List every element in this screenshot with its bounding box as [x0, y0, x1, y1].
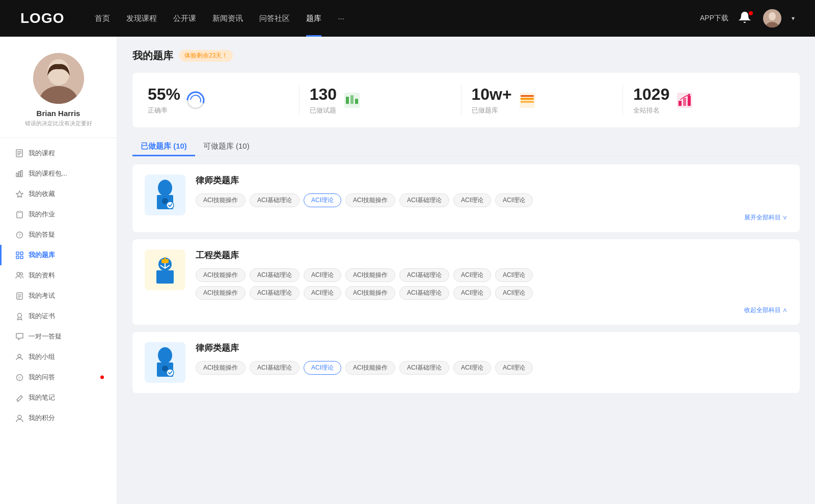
nav-item-qa[interactable]: 问答社区	[259, 14, 290, 23]
tag-2b-5[interactable]: ACI理论	[453, 286, 491, 300]
bell-notification-dot	[749, 11, 753, 15]
clipboard-icon	[15, 210, 23, 218]
sidebar-label: 我的题库	[29, 250, 55, 260]
sidebar-item-my-group[interactable]: 我的小组	[0, 347, 117, 367]
sidebar-item-my-courses[interactable]: 我的课程	[0, 143, 117, 163]
svg-rect-39	[350, 95, 354, 104]
svg-point-64	[167, 369, 174, 376]
tag-3-5[interactable]: ACI理论	[453, 361, 491, 375]
nav-item-courses[interactable]: 发现课程	[126, 14, 157, 23]
app-download-button[interactable]: APP下载	[700, 14, 728, 23]
svg-rect-19	[20, 252, 23, 255]
svg-point-23	[20, 273, 23, 275]
tags-row-2b: ACI技能操作 ACI基础理论 ACI理论 ACI技能操作 ACI基础理论 AC…	[196, 286, 787, 300]
svg-rect-38	[346, 97, 349, 104]
qbank-card-lawyer-1: 律师类题库 ACI技能操作 ACI基础理论 ACI理论 ACI技能操作 ACI基…	[132, 164, 800, 232]
svg-rect-15	[18, 211, 21, 212]
help-circle-icon: ?	[15, 231, 23, 239]
tag-1-3[interactable]: ACI技能操作	[345, 193, 395, 207]
nav-item-news[interactable]: 新闻资讯	[212, 14, 243, 23]
trial-badge: 体验剩余23天！	[179, 50, 233, 62]
nav-item-qbank[interactable]: 题库	[306, 14, 321, 23]
done-banks-icon	[518, 91, 536, 109]
tag-2b-2[interactable]: ACI理论	[304, 286, 341, 300]
tag-3-2[interactable]: ACI理论	[304, 361, 341, 375]
sidebar-item-certificate[interactable]: 我的证书	[0, 306, 117, 326]
tag-2b-6[interactable]: ACI理论	[495, 286, 533, 300]
sidebar-item-homework[interactable]: 我的作业	[0, 204, 117, 225]
tag-3-1[interactable]: ACI基础理论	[250, 361, 300, 375]
tag-2-3[interactable]: ACI技能操作	[345, 268, 395, 282]
svg-rect-43	[521, 101, 534, 103]
stat-rank-number: 1029	[633, 85, 669, 104]
sidebar-item-course-package[interactable]: 我的课程包...	[0, 163, 117, 184]
qbank-card-lawyer-2: 律师类题库 ACI技能操作 ACI基础理论 ACI理论 ACI技能操作 ACI基…	[132, 332, 800, 393]
bell-icon[interactable]	[739, 11, 753, 25]
chat-icon	[15, 332, 23, 341]
tag-1-0[interactable]: ACI技能操作	[196, 193, 246, 207]
user-avatar[interactable]	[763, 9, 781, 27]
tag-3-0[interactable]: ACI技能操作	[196, 361, 246, 375]
tag-2-4[interactable]: ACI基础理论	[399, 268, 449, 282]
tag-1-1[interactable]: ACI基础理论	[250, 193, 300, 207]
svg-point-28	[17, 313, 21, 317]
tab-available-banks[interactable]: 可做题库 (10)	[195, 137, 258, 155]
nav-item-more[interactable]: ···	[338, 14, 344, 23]
sidebar-item-my-qbank[interactable]: 我的题库	[0, 245, 117, 265]
svg-rect-40	[355, 99, 358, 104]
sidebar-item-favorites[interactable]: 我的收藏	[0, 184, 117, 204]
expand-link-2[interactable]: 收起全部科目 ∧	[196, 304, 787, 315]
stat-done-questions: 130 已做试题	[300, 85, 461, 115]
user-dropdown-arrow[interactable]: ▾	[792, 15, 795, 22]
sidebar-item-my-questions[interactable]: ? 我的问答	[0, 367, 117, 387]
nav-logo: LOGO	[20, 10, 64, 26]
tag-1-2[interactable]: ACI理论	[304, 193, 341, 207]
sidebar-item-my-exams[interactable]: 我的考试	[0, 286, 117, 306]
sidebar-item-my-notes[interactable]: 我的笔记	[0, 387, 117, 408]
tag-2-1[interactable]: ACI基础理论	[250, 268, 300, 282]
svg-point-49	[688, 94, 690, 96]
tag-2-6[interactable]: ACI理论	[495, 268, 533, 282]
tag-3-3[interactable]: ACI技能操作	[345, 361, 395, 375]
tag-3-6[interactable]: ACI理论	[495, 361, 533, 375]
tag-1-5[interactable]: ACI理论	[453, 193, 491, 207]
nav-item-open[interactable]: 公开课	[173, 14, 196, 23]
tag-2-2[interactable]: ACI理论	[304, 268, 341, 282]
sidebar-item-my-qa[interactable]: ? 我的答疑	[0, 225, 117, 245]
svg-point-61	[158, 347, 172, 363]
qbank-content-1: 律师类题库 ACI技能操作 ACI基础理论 ACI理论 ACI技能操作 ACI基…	[196, 175, 787, 222]
tag-2b-3[interactable]: ACI技能操作	[345, 286, 395, 300]
svg-point-29	[18, 354, 21, 357]
bar-chart-icon	[15, 170, 23, 178]
tag-2b-0[interactable]: ACI技能操作	[196, 286, 246, 300]
sidebar-item-one-on-one[interactable]: 一对一答疑	[0, 326, 117, 347]
tag-2-5[interactable]: ACI理论	[453, 268, 491, 282]
sidebar-label: 我的小组	[29, 352, 55, 361]
expand-link-1[interactable]: 展开全部科目 ∨	[196, 211, 787, 222]
tag-1-6[interactable]: ACI理论	[495, 193, 533, 207]
tab-done-banks[interactable]: 已做题库 (10)	[132, 137, 195, 155]
sidebar-label: 我的课程	[29, 149, 55, 158]
sidebar-profile: Brian Harris 错误的决定比没有决定要好	[0, 49, 117, 138]
star-icon	[15, 190, 23, 198]
page-layout: Brian Harris 错误的决定比没有决定要好 我的课程 我的课程包...	[0, 37, 815, 504]
tag-2b-4[interactable]: ACI基础理论	[399, 286, 449, 300]
tag-2-0[interactable]: ACI技能操作	[196, 268, 246, 282]
svg-rect-48	[688, 96, 691, 106]
svg-text:?: ?	[18, 375, 20, 380]
profile-motto: 错误的决定比没有决定要好	[25, 120, 92, 127]
tag-3-4[interactable]: ACI基础理论	[399, 361, 449, 375]
sidebar-label: 我的答疑	[29, 230, 55, 239]
tag-2b-1[interactable]: ACI基础理论	[250, 286, 300, 300]
sidebar-item-my-points[interactable]: 我的积分	[0, 408, 117, 428]
tag-1-4[interactable]: ACI基础理论	[399, 193, 449, 207]
stat-done-label: 已做试题	[310, 106, 337, 115]
svg-point-50	[158, 180, 172, 196]
file-text-icon	[15, 292, 23, 300]
sidebar-item-my-data[interactable]: 我的资料	[0, 265, 117, 286]
qbank-icon-lawyer	[145, 175, 185, 215]
nav-item-home[interactable]: 首页	[95, 14, 110, 23]
q-circle-icon: ?	[15, 373, 23, 381]
done-questions-icon	[343, 91, 361, 109]
notification-dot	[100, 376, 104, 379]
